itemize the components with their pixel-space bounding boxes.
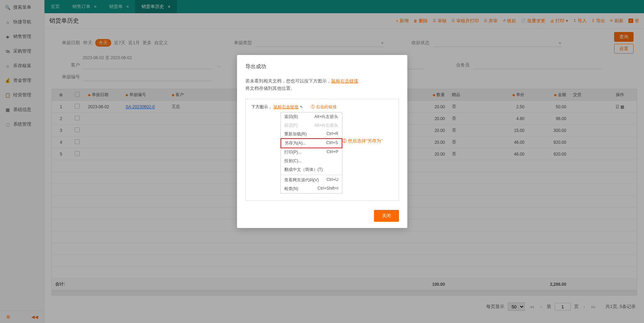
context-menu-example: 返回(B)Alt+向左箭头前进(F)Alt+向右箭头重新加载(R)Ctrl+R另… [280,112,342,194]
illustration-box: 下方图示， 鼠标右击链接 ↖ ① 右击此链接 返回(B)Alt+向左箭头前进(F… [245,99,399,201]
ctx-menu-item: 另存为(A)...Ctrl+S [280,138,342,148]
ctx-menu-item: 翻成中文（简体）(T) [281,165,342,174]
callout-2: ② 然后选择"另存为" [342,138,383,144]
modal-text-pre: 若未看到相关文档，您也可以按下方图示， [245,79,331,84]
modal-title: 导出成功 [245,63,399,70]
modal-overlay[interactable]: 导出成功 若未看到相关文档，您也可以按下方图示，鼠标右击链接 将文档存储到其他位… [0,0,644,323]
ctx-menu-item: 查看网页源代码(V)Ctrl+U [281,176,342,184]
right-click-link[interactable]: 鼠标右击链接 [331,79,358,84]
export-success-dialog: 导出成功 若未看到相关文档，您也可以按下方图示，鼠标右击链接 将文档存储到其他位… [237,55,407,228]
close-button[interactable]: 关闭 [374,210,399,222]
ctx-menu-item: 重新加载(R)Ctrl+R [281,130,342,139]
ctx-menu-item: 投射(C)... [281,157,342,165]
illus-text: 下方图示， [251,104,272,110]
ctx-menu-item: 打印(P)...Ctrl+P [281,148,342,157]
illus-link: 鼠标右击链接 [274,104,299,110]
modal-text-line2: 将文档存储到其他位置。 [245,86,295,91]
ctx-menu-item: 前进(F)Alt+向右箭头 [281,121,342,130]
ctx-menu-item: 返回(B)Alt+向左箭头 [281,112,342,121]
callout-1: ① 右击此链接 [311,104,337,110]
ctx-menu-item: 检查(N)Ctrl+Shift+I [281,184,342,193]
cursor-icon: ↖ [300,105,303,109]
modal-text: 若未看到相关文档，您也可以按下方图示，鼠标右击链接 将文档存储到其他位置。 [245,78,399,93]
